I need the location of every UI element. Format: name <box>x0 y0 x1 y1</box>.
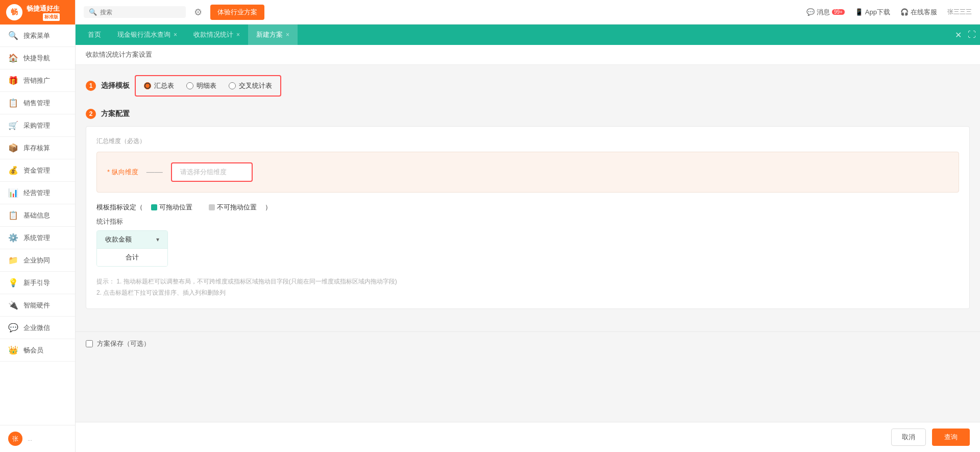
tab-home[interactable]: 首页 <box>80 25 109 45</box>
sidebar-logo: 畅 畅捷通好生 标准版 <box>0 0 75 25</box>
sidebar-item-purchase[interactable]: 🛒 采购管理 <box>0 114 75 137</box>
tab-new-plan-close[interactable]: × <box>286 31 289 38</box>
dimension-select[interactable]: 请选择分组维度 <box>171 162 253 182</box>
step1-badge: 1 <box>86 81 96 91</box>
non-draggable-tag <box>209 204 215 210</box>
save-checkbox[interactable] <box>86 340 93 347</box>
footer: 取消 查询 <box>76 422 980 452</box>
tab-new-plan[interactable]: 新建方案 × <box>248 25 298 45</box>
metrics-dropdown-arrow[interactable]: ▾ <box>156 236 159 243</box>
membership-icon: 👑 <box>8 345 18 355</box>
corp-wechat-icon: 💬 <box>8 323 18 332</box>
tips-section: 提示： 1. 拖动标题栏可以调整布局，不可跨维度或指标区域拖动目字段(只能在同一… <box>96 276 959 298</box>
page-header: 收款情况统计方案设置 <box>76 45 980 65</box>
sidebar-item-sales[interactable]: 📋 销售管理 <box>0 92 75 114</box>
sidebar-item-label: 采购管理 <box>23 121 50 130</box>
app-download-btn[interactable]: 📱 App下载 <box>855 8 890 17</box>
tab-receivable-label: 收款情况统计 <box>193 30 233 39</box>
sidebar-item-label: 搜索菜单 <box>23 31 50 40</box>
purchase-icon: 🛒 <box>8 121 18 130</box>
radio-summary-label: 汇总表 <box>154 81 174 90</box>
message-btn[interactable]: 💬 消息 99+ <box>806 8 845 17</box>
topbar-search-box[interactable]: 🔍 <box>84 6 186 18</box>
tab-receivable[interactable]: 收款情况统计 × <box>185 25 248 45</box>
sidebar-item-search-menu[interactable]: 🔍 搜索菜单 <box>0 25 75 47</box>
metrics-column-label: 收款金额 <box>105 235 132 244</box>
metrics-table-header: 收款金额 ▾ <box>97 231 167 249</box>
service-icon: 🎧 <box>900 8 909 16</box>
step1-header: 1 选择模板 汇总表 明细表 <box>86 75 970 97</box>
search-icon: 🔍 <box>89 8 97 16</box>
new-guide-icon: 💡 <box>8 278 18 288</box>
tab-home-label: 首页 <box>88 30 101 39</box>
tab-cashflow-close[interactable]: × <box>174 31 177 38</box>
username-label: ... <box>28 436 32 442</box>
logo-badge: 标准版 <box>43 13 60 21</box>
metrics-config-header: 模板指标设定（ 可拖动位置 不可拖动位置 ） <box>96 203 959 212</box>
sidebar-item-new-guide[interactable]: 💡 新手引导 <box>0 272 75 294</box>
tab-cashflow[interactable]: 现金银行流水查询 × <box>109 25 185 45</box>
quick-nav-icon: 🏠 <box>8 53 18 63</box>
topbar-right: 💬 消息 99+ 📱 App下载 🎧 在线客服 张三三三 <box>806 8 972 17</box>
sidebar-item-label: 资金管理 <box>23 166 50 175</box>
message-label: 消息 <box>817 8 830 17</box>
sidebar-item-corp-wechat[interactable]: 💬 企业微信 <box>0 317 75 339</box>
marketing-icon: 🎁 <box>8 76 18 85</box>
sidebar-item-operations[interactable]: 📊 经营管理 <box>0 182 75 204</box>
sidebar: 畅 畅捷通好生 标准版 🔍 搜索菜单 🏠 快捷导航 🎁 营销推广 📋 销售管理 … <box>0 0 76 452</box>
tabbar: 首页 现金银行流水查询 × 收款情况统计 × 新建方案 × ✕ ⛶ <box>76 25 980 45</box>
draggable-label: 可拖动位置 <box>159 203 192 212</box>
sidebar-item-finance[interactable]: 💰 资金管理 <box>0 159 75 182</box>
sidebar-item-label: 销售管理 <box>23 99 50 108</box>
dimension-label-text: 汇总维度（必选） <box>96 137 145 145</box>
radio-detail-input[interactable] <box>186 82 193 89</box>
tip-1: 提示： 1. 拖动标题栏可以调整布局，不可跨维度或指标区域拖动目字段(只能在同一… <box>96 276 959 288</box>
settings-icon[interactable]: ⚙ <box>194 7 202 18</box>
close-window-btn[interactable]: ✕ <box>955 30 962 40</box>
config-section: 汇总维度（必选） * 纵向维度 —— 请选择分组维度 <box>86 126 970 309</box>
tab-cashflow-label: 现金银行流水查询 <box>117 30 170 39</box>
radio-cross[interactable]: 交叉统计表 <box>229 81 272 90</box>
sidebar-item-quick-nav[interactable]: 🏠 快捷导航 <box>0 47 75 69</box>
sidebar-item-label: 基础信息 <box>23 211 50 220</box>
radio-detail[interactable]: 明细表 <box>186 81 216 90</box>
content-area: 收款情况统计方案设置 1 选择模板 汇总表 <box>76 45 980 422</box>
template-radio-group: 汇总表 明细表 交叉统计表 <box>144 81 272 90</box>
sidebar-bottom: 张 ... <box>0 425 75 452</box>
search-input[interactable] <box>100 9 172 16</box>
smart-hw-icon: 🔌 <box>8 300 18 310</box>
avatar: 张 <box>8 432 22 446</box>
step2-section: 2 方案配置 汇总维度（必选） * 纵向维度 —— 请选择分组 <box>86 109 970 309</box>
maximize-btn[interactable]: ⛶ <box>968 30 976 39</box>
industry-btn[interactable]: 体验行业方案 <box>210 5 264 20</box>
sidebar-item-label: 智能硬件 <box>23 301 50 310</box>
tab-receivable-close[interactable]: × <box>236 31 240 38</box>
sidebar-item-basic-info[interactable]: 📋 基础信息 <box>0 204 75 227</box>
query-button[interactable]: 查询 <box>932 429 970 446</box>
radio-summary[interactable]: 汇总表 <box>144 81 174 90</box>
sidebar-item-marketing[interactable]: 🎁 营销推广 <box>0 69 75 92</box>
cancel-button[interactable]: 取消 <box>891 429 926 446</box>
metrics-table-cell: 合计 <box>97 249 167 266</box>
sidebar-item-system[interactable]: ⚙️ 系统管理 <box>0 227 75 249</box>
username: 张三三三 <box>947 8 972 16</box>
sidebar-item-corp-collab[interactable]: 📁 企业协同 <box>0 249 75 272</box>
download-label: App下载 <box>865 8 890 17</box>
sidebar-item-label: 营销推广 <box>23 76 50 85</box>
save-checkbox-label[interactable]: 方案保存（可选） <box>97 339 150 348</box>
sidebar-item-membership[interactable]: 👑 畅会员 <box>0 339 75 362</box>
dimension-area: * 纵向维度 —— 请选择分组维度 <box>96 152 959 193</box>
metrics-table: 收款金额 ▾ 合计 <box>96 230 168 267</box>
sidebar-item-label: 系统管理 <box>23 233 50 243</box>
sidebar-item-inventory[interactable]: 📦 库存核算 <box>0 137 75 159</box>
step2-title: 方案配置 <box>101 109 130 118</box>
online-service-btn[interactable]: 🎧 在线客服 <box>900 8 937 17</box>
save-section: 方案保存（可选） <box>76 331 980 355</box>
message-badge: 99+ <box>832 9 845 15</box>
radio-summary-input[interactable] <box>144 82 151 89</box>
tip-2: 2. 点击标题栏下拉可设置排序、插入列和删除列 <box>96 288 959 299</box>
sidebar-item-smart-hw[interactable]: 🔌 智能硬件 <box>0 294 75 317</box>
radio-cross-input[interactable] <box>229 82 236 89</box>
inventory-icon: 📦 <box>8 143 18 153</box>
topbar: 🔍 ⚙ 体验行业方案 💬 消息 99+ 📱 App下载 🎧 在线客服 张三三三 <box>76 0 980 25</box>
